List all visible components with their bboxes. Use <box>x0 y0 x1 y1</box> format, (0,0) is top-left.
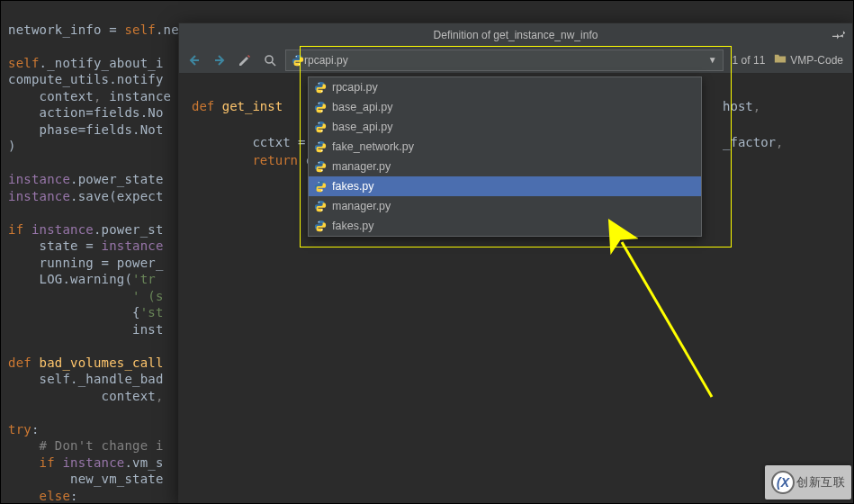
svg-point-14 <box>321 190 322 191</box>
pin-icon[interactable] <box>832 28 845 43</box>
code-line: LOG.warning('tr <box>8 272 156 286</box>
watermark: (X 创新互联 <box>765 465 851 500</box>
code-line: phase=fields.Not <box>8 122 164 137</box>
selected-file-label: rpcapi.py <box>304 54 348 67</box>
svg-point-0 <box>265 56 273 63</box>
code-line: return c <box>192 153 313 167</box>
code-line: else: <box>8 489 78 503</box>
code-line: {'st <box>8 305 164 320</box>
code-line: new_vm_state <box>8 472 164 486</box>
python-file-icon <box>292 54 304 67</box>
edit-source-button[interactable] <box>235 50 255 70</box>
python-file-icon <box>314 200 327 212</box>
code-line: def bad_volumes_call <box>8 356 164 370</box>
nav-back-button[interactable] <box>184 50 204 70</box>
svg-point-1 <box>296 55 297 56</box>
chevron-down-icon: ▼ <box>708 55 717 65</box>
python-file-icon <box>314 101 327 113</box>
svg-point-7 <box>319 122 319 123</box>
code-line: compute_utils.notify <box>8 72 164 86</box>
svg-point-6 <box>321 111 322 112</box>
python-file-icon <box>314 81 327 94</box>
code-line: # Don't change i <box>8 438 164 453</box>
dropdown-item[interactable]: base_api.py <box>309 97 701 117</box>
code-line: context, <box>8 389 164 403</box>
dropdown-item-label: base_api.py <box>332 101 392 113</box>
watermark-text: 创新互联 <box>796 474 845 490</box>
svg-point-4 <box>321 91 322 92</box>
dropdown-item[interactable]: fake_network.py <box>309 137 701 157</box>
popup-titlebar[interactable]: Definition of get_instance_nw_info <box>179 23 852 47</box>
dropdown-item-label: fake_network.py <box>332 140 414 153</box>
python-file-icon <box>314 121 327 133</box>
code-line: action=fields.No <box>8 105 164 120</box>
code-line: ) <box>8 139 16 153</box>
code-line: ' (s <box>8 289 164 303</box>
breadcrumb[interactable]: VMP-Code <box>774 52 847 68</box>
dropdown-item[interactable]: base_api.py <box>309 117 701 137</box>
file-dropdown[interactable]: rpcapi.pybase_api.pybase_api.pyfake_netw… <box>308 76 702 237</box>
python-file-icon <box>314 180 327 193</box>
dropdown-item[interactable]: manager.py <box>309 196 701 216</box>
svg-point-18 <box>321 230 322 230</box>
svg-point-17 <box>319 221 319 222</box>
popup-title: Definition of get_instance_nw_info <box>434 29 598 41</box>
svg-point-2 <box>299 63 300 64</box>
code-line: inst <box>8 322 164 337</box>
code-line: state = instance <box>8 238 164 253</box>
popup-toolbar: rpcapi.py ▼ 1 of 11 VMP-Code <box>179 47 852 74</box>
python-file-icon <box>314 220 327 232</box>
svg-point-16 <box>321 210 322 211</box>
code-line: instance.save(expect <box>8 189 164 203</box>
svg-point-15 <box>319 202 319 202</box>
svg-point-9 <box>319 142 319 143</box>
code-line: context, instance <box>8 89 171 104</box>
code-line: if instance.power_st <box>8 222 164 237</box>
breadcrumb-label: VMP-Code <box>790 54 843 67</box>
folder-icon <box>774 52 787 68</box>
dropdown-item-label: manager.py <box>332 200 391 212</box>
watermark-logo: (X <box>771 471 795 494</box>
code-line: running = power_ <box>8 256 164 270</box>
dropdown-item-label: fakes.py <box>332 180 374 193</box>
code-line: try: <box>8 422 40 436</box>
dropdown-item-label: rpcapi.py <box>332 81 378 94</box>
dropdown-item[interactable]: manager.py <box>309 157 701 176</box>
dropdown-item[interactable]: rpcapi.py <box>309 77 701 97</box>
dropdown-item[interactable]: fakes.py <box>309 176 701 196</box>
result-counter: 1 of 11 <box>729 54 769 67</box>
svg-point-13 <box>319 182 319 183</box>
nav-forward-button[interactable] <box>210 50 229 70</box>
dropdown-item-label: base_api.py <box>332 121 392 133</box>
code-line: instance.power_state <box>8 172 164 186</box>
svg-point-3 <box>319 83 319 84</box>
svg-point-8 <box>321 130 322 131</box>
dropdown-item-label: manager.py <box>332 160 391 173</box>
svg-point-5 <box>319 103 319 104</box>
code-line: self._handle_bad <box>8 372 164 386</box>
show-usages-button[interactable] <box>260 50 280 70</box>
code-line: if instance.vm_s <box>8 455 164 470</box>
code-line: self._notify_about_i <box>8 56 164 70</box>
svg-point-12 <box>321 170 322 171</box>
dropdown-item[interactable]: fakes.py <box>309 216 701 236</box>
dropdown-item-label: fakes.py <box>332 220 374 232</box>
svg-point-10 <box>321 150 322 151</box>
python-file-icon <box>314 160 327 173</box>
python-file-icon <box>314 140 327 153</box>
svg-point-11 <box>319 162 319 163</box>
file-selector[interactable]: rpcapi.py ▼ <box>285 50 724 71</box>
